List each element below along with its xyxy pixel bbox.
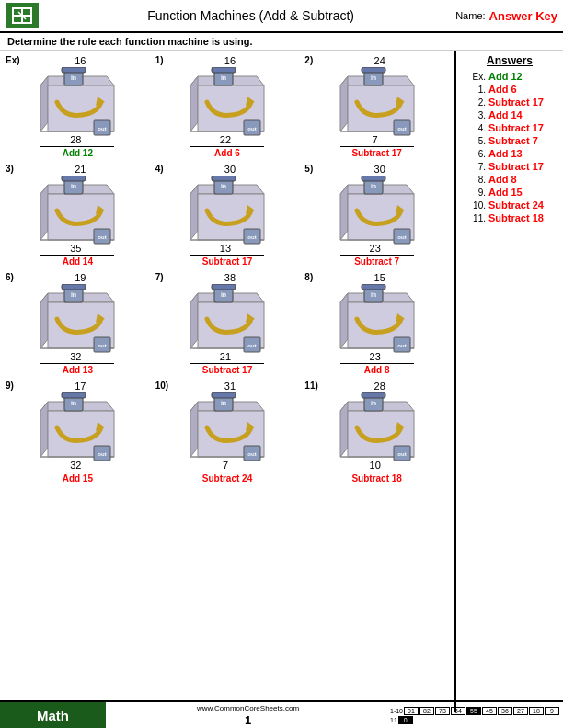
- rule-text: Subtract 17: [202, 365, 252, 375]
- svg-text:in: in: [371, 74, 376, 81]
- machine-svg: inout: [31, 67, 123, 136]
- input-number: 19: [26, 272, 135, 283]
- problem-label: 6): [6, 272, 26, 282]
- svg-marker-65: [40, 293, 48, 348]
- svg-rect-79: [212, 284, 236, 290]
- problem-label: 10): [155, 381, 176, 391]
- answer-num: 8.: [462, 175, 486, 185]
- svg-text:in: in: [371, 400, 376, 406]
- problem-label: 5): [304, 164, 325, 174]
- output-number: 21: [154, 351, 298, 362]
- svg-text:in: in: [71, 400, 76, 406]
- input-number: 17: [26, 381, 135, 392]
- answer-num: 1.: [462, 85, 486, 95]
- output-number: 10: [303, 460, 447, 471]
- problem-8: 8)15inout23Add 8: [303, 270, 451, 377]
- svg-rect-99: [62, 392, 86, 398]
- svg-text:out: out: [247, 234, 256, 240]
- svg-rect-29: [362, 67, 385, 73]
- svg-text:out: out: [98, 234, 107, 240]
- output-number: 22: [154, 134, 298, 145]
- svg-text:out: out: [397, 451, 406, 457]
- problem-label: 9): [6, 381, 26, 391]
- svg-text:out: out: [247, 451, 256, 457]
- answer-num: 10.: [462, 200, 486, 210]
- answer-value: Add 13: [488, 148, 523, 159]
- input-number: 30: [325, 164, 434, 175]
- output-number: 7: [303, 134, 447, 145]
- answer-value: Add 6: [488, 84, 517, 95]
- answer-key-row: Ex.Add 12: [462, 71, 557, 82]
- svg-marker-5: [40, 76, 48, 131]
- svg-rect-49: [212, 176, 236, 181]
- svg-text:in: in: [71, 291, 76, 298]
- svg-rect-69: [62, 284, 86, 290]
- problem-label: 8): [304, 272, 325, 282]
- machine-svg: inout: [331, 284, 423, 353]
- answer-num: 6.: [462, 149, 486, 159]
- instructions: Determine the rule each function machine…: [0, 33, 563, 51]
- output-number: 13: [154, 243, 298, 254]
- answer-key-row: 9.Add 15: [462, 187, 557, 198]
- rule-text: Add 13: [63, 365, 93, 375]
- answer-num: 7.: [462, 162, 486, 172]
- header-title: Function Machines (Add & Subtract): [46, 8, 455, 23]
- svg-rect-39: [62, 176, 86, 181]
- answer-value: Add 8: [488, 174, 517, 185]
- input-number: 28: [325, 381, 434, 392]
- answer-key-label: Answer Key: [489, 9, 557, 23]
- answer-num: 9.: [462, 188, 486, 198]
- input-number: 38: [176, 272, 285, 283]
- rule-text: Add 8: [364, 365, 390, 375]
- svg-text:in: in: [221, 183, 226, 189]
- answer-value: Subtract 18: [488, 212, 544, 223]
- answer-key-row: 8.Add 8: [462, 174, 557, 185]
- answer-key-row: 2.Subtract 17: [462, 97, 557, 108]
- answer-value: Subtract 17: [488, 122, 544, 133]
- answer-key-title: Answers: [462, 54, 557, 67]
- machine-svg: inout: [31, 392, 123, 461]
- rule-text: Add 15: [63, 473, 93, 483]
- answer-key-row: 6.Add 13: [462, 148, 557, 159]
- input-number: 15: [325, 272, 434, 283]
- answer-value: Subtract 17: [488, 161, 544, 172]
- rule-text: Add 14: [63, 256, 93, 267]
- svg-text:in: in: [221, 291, 226, 298]
- answer-key-row: 7.Subtract 17: [462, 161, 557, 172]
- svg-text:in: in: [221, 74, 226, 81]
- svg-text:in: in: [71, 183, 76, 189]
- svg-text:out: out: [98, 451, 107, 457]
- svg-marker-45: [190, 185, 198, 240]
- svg-marker-75: [190, 293, 198, 348]
- machine-svg: inout: [331, 176, 423, 245]
- problem-label: 7): [155, 272, 176, 282]
- input-number: 31: [176, 381, 285, 392]
- header-icon: [6, 3, 39, 28]
- answer-value: Subtract 24: [488, 199, 544, 210]
- footer-website: www.CommonCoreSheets.com: [197, 704, 299, 712]
- output-number: 7: [154, 460, 298, 471]
- rule-text: Subtract 7: [354, 256, 399, 267]
- header-name: Name:: [455, 10, 485, 21]
- answer-key-row: 10.Subtract 24: [462, 199, 557, 210]
- footer-page: 1: [245, 713, 251, 727]
- answer-num: 4.: [462, 123, 486, 133]
- svg-rect-9: [62, 67, 86, 73]
- svg-marker-85: [340, 293, 348, 348]
- problem-ex: Ex)16inout28Add 12: [4, 53, 152, 160]
- machine-svg: inout: [181, 176, 273, 245]
- svg-rect-89: [362, 284, 385, 290]
- answer-num: Ex.: [462, 72, 486, 82]
- problem-10: 10)31inout7Subtract 24: [154, 379, 302, 485]
- problem-4: 4)30inout13Subtract 17: [154, 162, 302, 268]
- answer-num: 2.: [462, 97, 486, 108]
- svg-rect-119: [362, 392, 385, 398]
- problem-label: 1): [155, 55, 176, 65]
- svg-rect-19: [212, 67, 236, 73]
- output-number: 23: [303, 243, 447, 254]
- svg-text:in: in: [371, 183, 376, 189]
- answer-value: Add 15: [488, 187, 523, 198]
- problem-11: 11)28inout10Subtract 18: [303, 379, 451, 485]
- problem-7: 7)38inout21Subtract 17: [154, 270, 302, 377]
- output-number: 32: [4, 351, 148, 362]
